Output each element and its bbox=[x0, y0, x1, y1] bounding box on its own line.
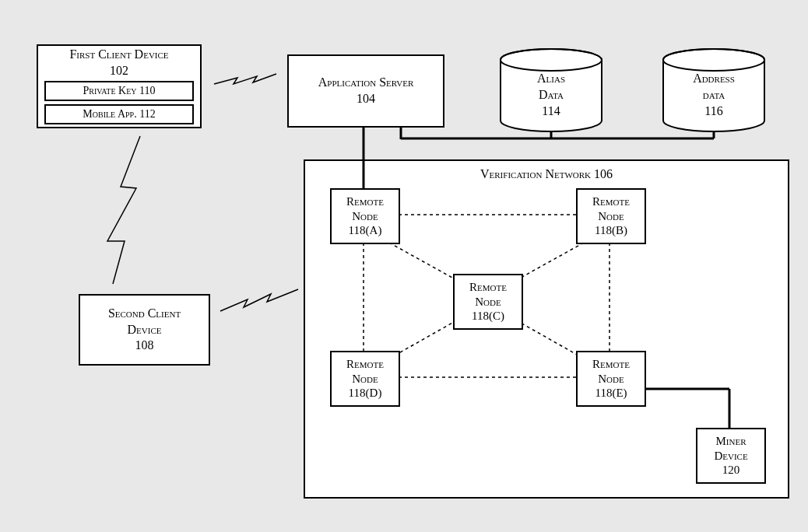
miner-l3: 120 bbox=[722, 463, 740, 478]
second-client-title1: Second Client bbox=[108, 306, 181, 322]
address-num: 116 bbox=[662, 103, 766, 120]
node-b-l1: Remote bbox=[592, 194, 630, 209]
second-client-num: 108 bbox=[135, 338, 154, 354]
remote-node-d-box: Remote Node 118(D) bbox=[330, 351, 400, 407]
node-d-l3: 118(D) bbox=[349, 386, 382, 401]
address-title2: data bbox=[662, 87, 766, 103]
node-a-l2: Node bbox=[352, 209, 378, 224]
second-client-title2: Device bbox=[128, 322, 162, 338]
node-b-l2: Node bbox=[598, 209, 624, 224]
first-client-num: 102 bbox=[110, 63, 128, 79]
second-client-device-box: Second Client Device 108 bbox=[79, 294, 210, 366]
verification-network-title: Verification Network 106 bbox=[305, 167, 788, 181]
first-client-device-box: First Client Device 102 Private Key 110 … bbox=[37, 44, 202, 128]
miner-l1: Miner bbox=[715, 434, 746, 449]
node-a-l1: Remote bbox=[346, 194, 384, 209]
address-data-cylinder: Address data 116 bbox=[662, 47, 766, 133]
miner-l2: Device bbox=[714, 449, 747, 464]
application-server-box: Application Server 104 bbox=[287, 54, 444, 128]
remote-node-b-box: Remote Node 118(B) bbox=[576, 188, 646, 244]
node-c-l3: 118(C) bbox=[472, 309, 504, 324]
lightning-first-to-appserver bbox=[210, 70, 280, 93]
alias-num: 114 bbox=[499, 103, 603, 120]
remote-node-a-box: Remote Node 118(A) bbox=[330, 188, 400, 244]
lightning-second-to-network bbox=[216, 288, 302, 319]
app-server-title: Application Server bbox=[318, 75, 414, 91]
alias-data-cylinder: Alias Data 114 bbox=[499, 47, 603, 133]
node-d-l1: Remote bbox=[346, 357, 384, 372]
lightning-first-to-second bbox=[101, 132, 156, 288]
app-server-num: 104 bbox=[357, 91, 375, 107]
node-e-l1: Remote bbox=[592, 357, 630, 372]
node-b-l3: 118(B) bbox=[595, 223, 627, 238]
private-key-box: Private Key 110 bbox=[44, 81, 194, 101]
node-c-l2: Node bbox=[475, 295, 501, 310]
node-e-l3: 118(E) bbox=[595, 386, 627, 401]
remote-node-c-box: Remote Node 118(C) bbox=[453, 274, 523, 330]
alias-title2: Data bbox=[499, 87, 603, 103]
node-a-l3: 118(A) bbox=[349, 223, 382, 238]
remote-node-e-box: Remote Node 118(E) bbox=[576, 351, 646, 407]
address-title: Address bbox=[662, 71, 766, 87]
node-e-l2: Node bbox=[598, 372, 624, 387]
node-c-l1: Remote bbox=[469, 280, 507, 295]
miner-device-box: Miner Device 120 bbox=[696, 428, 766, 484]
first-client-title: First Client Device bbox=[69, 47, 168, 63]
node-d-l2: Node bbox=[352, 372, 378, 387]
alias-title: Alias bbox=[499, 71, 603, 87]
mobile-app-box: Mobile App. 112 bbox=[44, 104, 194, 124]
